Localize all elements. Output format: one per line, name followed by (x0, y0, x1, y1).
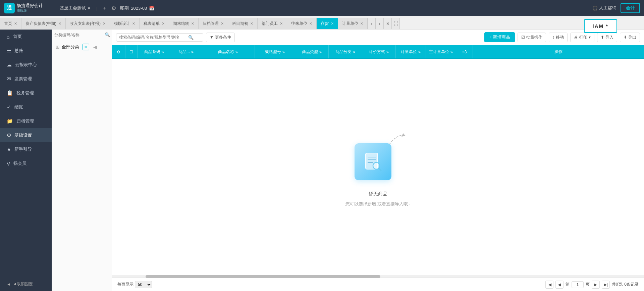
all-category-label: 全部分类 (62, 44, 79, 50)
category-search-icon[interactable]: 🔍 (105, 32, 110, 37)
sidebar-item-ledger[interactable]: ☰ 总账 (0, 44, 52, 58)
th-checkbox[interactable]: ☐ (125, 45, 138, 58)
search-icon[interactable]: 🔍 (188, 35, 194, 40)
horizontal-scrollbar[interactable] (112, 275, 644, 278)
sidebar-unpin-button[interactable]: ◄ ◄取消固定 (0, 277, 52, 291)
sidebar-item-archive[interactable]: 📁 归档管理 (0, 114, 52, 128)
tab-label: 收入支出表(年报) (70, 21, 101, 27)
th-category[interactable]: 商品分类 ⇅ (329, 45, 362, 58)
service-button[interactable]: 🎧 人工咨询 (592, 5, 616, 11)
sidebar-item-tax[interactable]: 📋 税务管理 (0, 86, 52, 100)
app-name: 畅捷通好会计 (17, 3, 43, 8)
print-button[interactable]: 🖨 打印 ▾ (570, 33, 594, 42)
page-number-input[interactable] (572, 281, 584, 288)
filter-button[interactable]: ▼ 更多条件 (206, 33, 235, 42)
sidebar-item-invoice[interactable]: ✉ 发票管理 (0, 72, 52, 86)
tab-close-all-button[interactable]: ✕ (384, 18, 392, 29)
tab-next-button[interactable]: › (376, 18, 384, 29)
th-model[interactable]: 规格型号 ⇅ (255, 45, 295, 58)
add-product-button[interactable]: + 新增商品 (484, 32, 515, 42)
move-button[interactable]: ↕ 移动 (549, 33, 568, 42)
tab-close-icon[interactable]: ✕ (309, 21, 312, 26)
last-page-button[interactable]: ▶| (602, 281, 610, 289)
page-size-label: 每页显示 (117, 282, 133, 287)
sidebar-item-member[interactable]: V 畅会员 (0, 156, 52, 171)
th-extra[interactable]: ≡3 (456, 45, 473, 58)
tab-close-icon[interactable]: ✕ (162, 21, 165, 26)
sidebar-label-home: 首页 (13, 34, 22, 40)
tab-contacts[interactable]: 往来单位 ✕ (287, 18, 317, 29)
add-tab-button[interactable]: ＋ (102, 5, 107, 12)
tab-close-icon[interactable]: ✕ (132, 21, 135, 26)
sidebar-label-tax: 税务管理 (16, 90, 34, 96)
tab-subject-init[interactable]: 科目期初 ✕ (228, 18, 258, 29)
sidebar-item-guide[interactable]: ★ 新手引导 (0, 142, 52, 156)
iab-badge: iAM * (584, 19, 618, 33)
th-barcode[interactable]: 商品条码 ⇅ (138, 45, 171, 58)
th-main-unit[interactable]: 主计量单位 ⇅ (426, 45, 456, 58)
invoice-icon: ✉ (7, 76, 11, 82)
calendar-icon[interactable]: 📅 (149, 6, 154, 11)
category-search-input[interactable] (54, 33, 105, 37)
settings-icon[interactable]: ⚙ (111, 5, 116, 11)
empty-icon-area (344, 127, 412, 187)
tab-dept-staff[interactable]: 部门员工 ✕ (258, 18, 287, 29)
th-action-label: 操作 (554, 49, 562, 55)
project-selector[interactable]: 基层工会测试 ▾ (60, 5, 90, 11)
tab-close-icon[interactable]: ✕ (360, 21, 363, 26)
empty-sub-text: 您可以选择新增,或者直接导入哦~ (345, 201, 410, 207)
collapse-panel-icon[interactable]: ◀ (93, 44, 97, 50)
tab-inventory[interactable]: 存货 ✕ (317, 18, 338, 29)
th-code[interactable]: 商品... ⇅ (171, 45, 201, 58)
edit-icon[interactable]: ✏ (83, 44, 89, 50)
sidebar-item-settings[interactable]: ⚙ 基础设置 (0, 128, 52, 142)
th-type[interactable]: 商品类型 ⇅ (295, 45, 329, 58)
tab-template[interactable]: 模版设计 ✕ (110, 18, 140, 29)
tab-income[interactable]: 收入支出表(年报) ✕ (66, 18, 110, 29)
th-code-label: 商品... (178, 49, 190, 55)
sidebar-item-home[interactable]: ⌂ 首页 (0, 30, 52, 44)
th-name[interactable]: 商品名称 ⇅ (201, 45, 255, 58)
tab-close-icon[interactable]: ✕ (191, 21, 194, 26)
all-category-item[interactable]: ⊞ 全部分类 ✏ ◀ (52, 40, 112, 54)
next-page-button[interactable]: ▶ (592, 281, 600, 289)
tab-close-icon[interactable]: ✕ (103, 21, 106, 26)
batch-icon: ☑ (521, 35, 525, 40)
sidebar-item-cloud[interactable]: ☁ 云报表中心 (0, 58, 52, 72)
category-search-area: 🔍 (52, 30, 112, 40)
toolbar: 🔍 ▼ 更多条件 + 新增商品 ☑ 批量操作 ↕ (112, 30, 644, 45)
sidebar-item-close-account[interactable]: ✓ 结账 (0, 100, 52, 114)
move-icon: ↕ (552, 35, 554, 40)
import-button[interactable]: ⬆ 导入 (597, 33, 617, 42)
tab-close-icon[interactable]: ✕ (14, 21, 17, 26)
tab-home[interactable]: 首页 ✕ (0, 18, 21, 29)
tab-archive[interactable]: 归档管理 ✕ (199, 18, 228, 29)
tab-maximize-button[interactable]: ⛶ (392, 18, 400, 29)
page-size-select[interactable]: 20 50 100 (135, 281, 152, 288)
tab-close-icon[interactable]: ✕ (331, 21, 334, 26)
tab-tax-list[interactable]: 税表清单 ✕ (140, 18, 169, 29)
th-unit[interactable]: 计量单位 ⇅ (396, 45, 426, 58)
tab-period-transfer[interactable]: 期末结转 ✕ (169, 18, 199, 29)
prev-page-button[interactable]: ◀ (555, 281, 564, 289)
tab-balance-sheet[interactable]: 资产负债表(中期) ✕ (21, 18, 66, 29)
th-barcode-label: 商品条码 (144, 49, 160, 55)
account-button[interactable]: 会计 (621, 3, 640, 13)
tab-prev-button[interactable]: ‹ (368, 18, 376, 29)
th-settings[interactable]: ⚙ (112, 45, 125, 58)
export-button[interactable]: ⬇ 导出 (620, 33, 640, 42)
toolbar-right: + 新增商品 ☑ 批量操作 ↕ 移动 🖨 打印 ▾ (484, 32, 640, 42)
scrollbar-thumb[interactable] (146, 275, 380, 278)
sort-model-icon: ⇅ (282, 50, 285, 54)
batch-operation-button[interactable]: ☑ 批量操作 (518, 33, 546, 42)
sort-price-icon: ⇅ (386, 50, 389, 54)
tab-close-icon[interactable]: ✕ (280, 21, 283, 26)
tab-close-icon[interactable]: ✕ (221, 21, 224, 26)
tab-close-icon[interactable]: ✕ (58, 21, 61, 26)
tab-measure-unit[interactable]: 计量单位 ✕ (338, 18, 368, 29)
first-page-button[interactable]: |◀ (545, 281, 553, 289)
tab-close-icon[interactable]: ✕ (250, 21, 253, 26)
th-action: 操作 (473, 45, 644, 58)
th-price-method[interactable]: 计价方式 ⇅ (362, 45, 396, 58)
product-search-input[interactable] (119, 35, 186, 40)
